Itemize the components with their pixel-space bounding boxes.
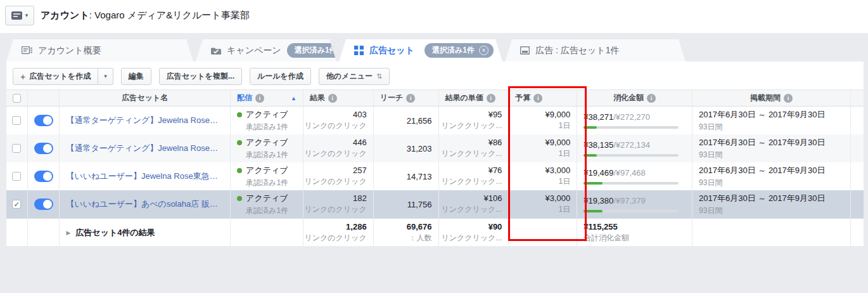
header-reach: リーチ — [380, 93, 404, 103]
expand-icon[interactable]: ▶ — [66, 230, 70, 236]
sort-ascending-icon[interactable]: ▲ — [291, 95, 297, 101]
account-switcher-button[interactable]: ▾ — [5, 6, 34, 25]
pill-label: 選択済み1件 — [432, 45, 475, 56]
account-value: : Vogaro メディア&リクルート事業部 — [89, 10, 250, 20]
header-adset-name: 広告セット名 — [122, 93, 168, 103]
info-icon[interactable]: i — [533, 94, 542, 103]
duplicate-adset-button[interactable]: 広告セットを複製... — [159, 68, 242, 85]
create-adset-button[interactable]: + 広告セットを作成 — [13, 68, 98, 85]
delivery-status: アクティブ — [246, 137, 288, 148]
table-row[interactable]: 【通常ターゲティング】Jewelna Rose東急プラ... アクティブ 承認済… — [6, 134, 864, 162]
result-label: リンクのクリック — [304, 148, 366, 159]
adset-selected-pill[interactable]: 選択済み1件 × — [424, 43, 494, 58]
account-card-icon — [11, 11, 22, 20]
adset-active-toggle[interactable] — [34, 115, 53, 126]
schedule-dates: 2017年6月30日 ～ 2017年9月30日 — [699, 137, 844, 148]
info-icon[interactable]: i — [328, 94, 337, 103]
ad-icon — [520, 46, 530, 55]
delivery-status: アクティブ — [246, 193, 288, 204]
spent-total: /¥272,270 — [613, 112, 650, 122]
tab-label: キャンペーン — [227, 45, 281, 56]
budget-period: 1日 — [559, 176, 571, 187]
schedule-duration: 93日間 — [699, 178, 844, 188]
adset-toolbar: + 広告セットを作成 ▾ 編集 広告セットを複製... ルールを作成 他のメニュ… — [13, 68, 390, 85]
tab-ads[interactable]: 広告 : 広告セット1件 — [505, 39, 686, 62]
adset-name-link[interactable]: 【通常ターゲティング】Jewelna Rose東急プラ... — [66, 143, 224, 154]
info-icon[interactable]: i — [255, 94, 264, 103]
adset-name-link[interactable]: 【いいねユーザー】Jewelna Rose東急プラザ表... — [66, 171, 224, 182]
info-icon[interactable]: i — [647, 94, 656, 103]
row-checkbox-checked[interactable]: ✓ — [12, 200, 21, 209]
adset-name-link[interactable]: 【いいねユーザー】あべのsolaha店 販売スタッフ — [66, 199, 224, 210]
reach-value: 14,713 — [407, 172, 432, 181]
campaign-icon — [211, 46, 221, 55]
total-cost-label: リンククリック... — [441, 233, 502, 244]
adset-grid-icon — [354, 46, 364, 55]
more-menu-button[interactable]: 他のメニュー ⇅ — [319, 68, 390, 85]
spend-progress-fill — [584, 182, 603, 185]
total-cost-value: ¥90 — [488, 222, 502, 231]
tab-label: 広告セット — [369, 45, 414, 56]
spend-progress-fill — [584, 126, 597, 129]
create-rule-button[interactable]: ルールを作成 — [250, 68, 311, 85]
adset-active-toggle[interactable] — [34, 171, 53, 182]
tab-account-overview[interactable]: アカウント概要 — [6, 39, 193, 62]
cost-value: ¥95 — [488, 110, 502, 119]
active-status-dot — [237, 196, 242, 201]
adset-name-link[interactable]: 【通常ターゲティング】Jewelna Roseあべのsol... — [66, 115, 224, 126]
budget-value: ¥3,000 — [545, 193, 570, 203]
create-adset-label: 広告セットを作成 — [29, 71, 91, 82]
clear-selection-icon[interactable]: × — [479, 46, 488, 55]
table-header-row: 広告セット名 配信 i ▲ 結果i リーチi 結果の単価i 予算i 消化金額i … — [6, 89, 864, 107]
header-delivery[interactable]: 配信 — [237, 93, 252, 103]
cost-label: リンククリック... — [441, 120, 502, 131]
tab-adsets[interactable]: 広告セット 選択済み1件 × — [339, 39, 502, 62]
cost-label: リンククリック... — [441, 148, 502, 159]
spend-progress-bar — [584, 182, 679, 185]
edit-button[interactable]: 編集 — [121, 68, 151, 85]
table-row[interactable]: 【通常ターゲティング】Jewelna Roseあべのsol... アクティブ 承… — [6, 107, 864, 134]
info-icon[interactable]: i — [406, 94, 415, 103]
delivery-substatus: 承認済み1件 — [237, 205, 297, 216]
cost-label: リンククリック... — [441, 176, 502, 187]
totals-row: ▶広告セット4件の結果 1,286リンクのクリック 69,676：人数 ¥90リ… — [6, 218, 864, 246]
info-icon[interactable]: i — [784, 94, 793, 103]
create-adset-split-button: + 広告セットを作成 ▾ — [13, 68, 113, 85]
select-all-checkbox[interactable] — [13, 94, 21, 103]
spent-value: ¥19,380 — [584, 196, 613, 205]
sort-updown-icon: ⇅ — [376, 72, 382, 81]
budget-value: ¥9,000 — [545, 138, 570, 147]
more-menu-label: 他のメニュー — [326, 71, 373, 82]
pill-label: 選択済み1件 — [295, 45, 337, 56]
account-label: アカウント — [41, 10, 89, 20]
budget-period: 1日 — [559, 148, 571, 159]
caret-down-icon: ▾ — [104, 74, 107, 79]
spent-total: /¥272,134 — [613, 140, 650, 150]
adset-active-toggle[interactable] — [34, 143, 53, 154]
row-checkbox[interactable] — [12, 116, 21, 125]
info-icon[interactable]: i — [487, 94, 495, 103]
toggle-column-header — [28, 90, 60, 106]
row-checkbox[interactable] — [12, 172, 21, 181]
tab-label: 広告 : 広告セット1件 — [535, 45, 619, 56]
header-cost-per-result: 結果の単価 — [445, 93, 483, 103]
table-row[interactable]: 【いいねユーザー】Jewelna Rose東急プラザ表... アクティブ 承認済… — [6, 162, 864, 190]
row-checkbox[interactable] — [12, 144, 21, 153]
adset-active-toggle[interactable] — [34, 199, 53, 210]
delivery-substatus: 承認済み1件 — [237, 122, 297, 133]
create-adset-dropdown-button[interactable]: ▾ — [98, 68, 113, 85]
adsets-table: 広告セット名 配信 i ▲ 結果i リーチi 結果の単価i 予算i 消化金額i … — [6, 89, 864, 246]
level-tabs: アカウント概要 キャンペーン 選択済み1件 × 広告セット 選択済み1件 × 広… — [6, 39, 688, 62]
cost-value: ¥86 — [488, 138, 502, 147]
tab-label: アカウント概要 — [38, 45, 101, 56]
header-amount-spent: 消化金額 — [613, 93, 644, 103]
spend-progress-bar — [584, 126, 679, 129]
table-row-selected[interactable]: ✓ 【いいねユーザー】あべのsolaha店 販売スタッフ アクティブ 承認済み1… — [6, 190, 864, 218]
edit-label: 編集 — [129, 71, 144, 82]
tab-campaigns[interactable]: キャンペーン 選択済み1件 × — [196, 39, 336, 62]
total-reach-label: ：人数 — [409, 233, 432, 244]
result-value: 257 — [353, 166, 367, 175]
plus-icon: + — [20, 72, 25, 82]
result-value: 182 — [353, 193, 367, 203]
result-value: 403 — [353, 110, 367, 119]
